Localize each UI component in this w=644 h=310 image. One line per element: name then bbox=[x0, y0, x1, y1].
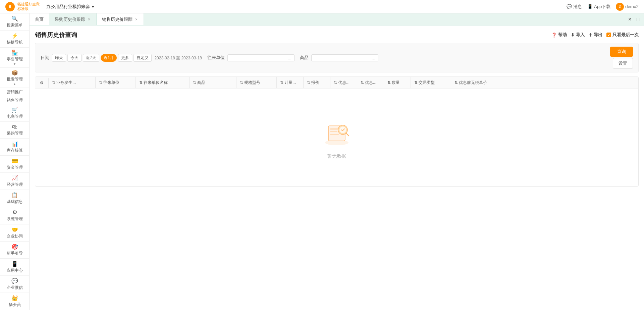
th-price[interactable]: ⇅ 报价 bbox=[304, 77, 330, 88]
tab-sales-history[interactable]: 销售历史价跟踪 × bbox=[97, 13, 144, 25]
avatar: D bbox=[616, 3, 624, 11]
date-btn-more[interactable]: 更多 bbox=[118, 54, 132, 62]
svg-point-6 bbox=[339, 126, 346, 133]
date-btn-1month[interactable]: 近1月 bbox=[101, 54, 117, 62]
sidebar-item-operations[interactable]: 📈 经营管理 bbox=[0, 173, 29, 190]
sidebar-item-wechat[interactable]: 💬 企业微信 bbox=[0, 276, 29, 293]
sidebar: 🔍 搜索菜单 ⚡ 快捷导航 🏪 零售管理 ▼ 📦 批发管理 ▲ 营销推广 销售管… bbox=[0, 13, 30, 310]
th-settings[interactable]: ⚙ bbox=[35, 78, 49, 88]
wechat-icon: 💬 bbox=[11, 278, 18, 284]
date-label: 日期 bbox=[41, 55, 49, 61]
user-menu-btn[interactable]: D demo2 bbox=[616, 3, 639, 11]
sort-icon: ⇅ bbox=[334, 81, 337, 85]
app-download-btn[interactable]: 📱 App下载 bbox=[587, 4, 610, 10]
only-last-checkbox[interactable]: ✓ bbox=[606, 33, 611, 37]
app-icon: 📱 bbox=[11, 261, 18, 267]
sidebar-item-retail[interactable]: 🏪 零售管理 ▼ bbox=[0, 48, 29, 68]
search-icon: 🔍 bbox=[11, 15, 18, 22]
message-icon: 💬 bbox=[567, 4, 572, 9]
sort-icon: ⇅ bbox=[240, 81, 243, 85]
tab-close-purchase[interactable]: × bbox=[87, 16, 91, 22]
help-btn[interactable]: ❓ 帮助 bbox=[551, 32, 567, 38]
sort-icon: ⇅ bbox=[280, 81, 283, 85]
goods-input-wrap[interactable]: ... bbox=[311, 54, 378, 61]
th-unit-name[interactable]: ⇅ 往来单位名称 bbox=[136, 77, 190, 88]
th-goods[interactable]: ⇅ 商品 bbox=[190, 77, 236, 88]
import-btn[interactable]: ⬇ 导入 bbox=[571, 32, 585, 38]
th-discount2[interactable]: ⇅ 优惠... bbox=[357, 77, 384, 88]
chevron-up-icon: ▲ bbox=[13, 82, 16, 86]
message-btn[interactable]: 💬 消息 bbox=[567, 4, 582, 10]
ecom-icon: 🛒 bbox=[11, 107, 18, 113]
sidebar-item-appstore[interactable]: 📱 应用中心 bbox=[0, 259, 29, 276]
sort-icon: ⇅ bbox=[193, 81, 196, 85]
goods-filter-group: 商品 ... bbox=[300, 54, 378, 61]
settings-button[interactable]: 设置 bbox=[613, 58, 633, 69]
window-close-btn[interactable]: × bbox=[627, 16, 633, 23]
sidebar-item-search[interactable]: 🔍 搜索菜单 bbox=[0, 13, 29, 31]
tab-purchase-history[interactable]: 采购历史价跟踪 × bbox=[49, 13, 97, 25]
th-discount1[interactable]: ⇅ 优惠... bbox=[330, 77, 357, 88]
download-icon: 📱 bbox=[587, 4, 593, 9]
company-selector[interactable]: 办公用品行业模拟账套 ▾ bbox=[46, 4, 94, 10]
goods-picker-icon[interactable]: ... bbox=[372, 55, 375, 60]
sort-icon: ⇅ bbox=[52, 81, 55, 85]
th-trade-type[interactable]: ⇅ 交易类型 bbox=[411, 77, 451, 88]
th-calc-unit[interactable]: ⇅ 计量... bbox=[277, 77, 304, 88]
sidebar-item-wholesale[interactable]: 📦 批发管理 ▲ bbox=[0, 68, 29, 88]
sidebar-sub-sales[interactable]: 销售管理 bbox=[0, 96, 29, 105]
sidebar-item-basic[interactable]: 📋 基础信息 bbox=[0, 190, 29, 207]
date-btn-custom[interactable]: 自定义 bbox=[133, 54, 152, 62]
date-buttons: 昨天 今天 近7天 近1月 更多 自定义 bbox=[52, 54, 152, 62]
th-qty[interactable]: ⇅ 数量 bbox=[384, 77, 411, 88]
svg-line-7 bbox=[346, 133, 349, 136]
top-bar: 6 畅捷通好生意 标准版 办公用品行业模拟账套 ▾ 💬 消息 📱 App下载 D… bbox=[0, 0, 644, 13]
sidebar-sub-marketing[interactable]: 营销推广 bbox=[0, 88, 29, 96]
import-icon: ⬇ bbox=[571, 33, 575, 38]
goods-input[interactable] bbox=[314, 55, 372, 60]
sidebar-item-finance[interactable]: 💳 资金管理 bbox=[0, 156, 29, 173]
operations-icon: 📈 bbox=[11, 175, 18, 181]
th-spec[interactable]: ⇅ 规格型号 bbox=[236, 77, 277, 88]
sort-icon: ⇅ bbox=[361, 81, 364, 85]
th-unit-code[interactable]: ⇅ 往来单位 bbox=[96, 77, 136, 88]
window-maximize-btn[interactable]: □ bbox=[635, 16, 641, 23]
sidebar-item-shortcut[interactable]: ⚡ 快捷导航 bbox=[0, 31, 29, 48]
sidebar-item-enterprise[interactable]: 🤝 企业协同 bbox=[0, 224, 29, 242]
date-btn-today[interactable]: 今天 bbox=[67, 54, 82, 62]
filter-bar: 日期 昨天 今天 近7天 近1月 更多 自定义 2023-02-18 至 202… bbox=[35, 43, 639, 72]
export-btn[interactable]: ⬆ 导出 bbox=[589, 32, 602, 38]
query-button[interactable]: 查询 bbox=[610, 47, 633, 57]
goods-label: 商品 bbox=[300, 55, 309, 61]
top-bar-left: 6 畅捷通好生意 标准版 办公用品行业模拟账套 ▾ bbox=[5, 2, 94, 11]
th-pretax-price[interactable]: ⇅ 优惠前无税单价 bbox=[451, 77, 638, 88]
sort-icon: ⇅ bbox=[139, 81, 143, 85]
sidebar-item-ecom[interactable]: 🛒 电商管理 bbox=[0, 105, 29, 122]
purchase-icon: 🛍 bbox=[12, 124, 17, 130]
tab-home[interactable]: 首页 bbox=[30, 13, 49, 25]
chevron-down-icon: ▾ bbox=[92, 4, 94, 9]
unit-filter-group: 往来单位 ... bbox=[207, 54, 294, 61]
sidebar-item-system[interactable]: ⚙ 系统管理 bbox=[0, 207, 29, 224]
tab-close-sales[interactable]: × bbox=[135, 16, 138, 22]
export-icon: ⬆ bbox=[589, 33, 592, 38]
sidebar-item-purchase[interactable]: 🛍 采购管理 bbox=[0, 122, 29, 139]
sort-icon: ⇅ bbox=[387, 81, 391, 85]
sidebar-item-inventory[interactable]: 📊 库存核算 bbox=[0, 139, 29, 156]
brand-text: 畅捷通好生意 标准版 bbox=[17, 2, 40, 11]
empty-state: 暂无数据 bbox=[35, 89, 638, 186]
th-business-date[interactable]: ⇅ 业务发生... bbox=[49, 77, 96, 88]
logo-icon: 6 bbox=[5, 2, 15, 11]
date-btn-7days[interactable]: 近7天 bbox=[83, 54, 99, 62]
sidebar-item-member[interactable]: 👑 畅会员 bbox=[0, 293, 29, 310]
unit-input-wrap[interactable]: ... bbox=[227, 54, 294, 61]
sidebar-item-newbie[interactable]: 🎯 新手引导 bbox=[0, 242, 29, 259]
empty-icon bbox=[320, 116, 354, 149]
page-title-actions: ❓ 帮助 ⬇ 导入 ⬆ 导出 ✓ 只看最后一次 bbox=[551, 32, 639, 38]
unit-picker-icon[interactable]: ... bbox=[288, 55, 291, 60]
date-btn-yesterday[interactable]: 昨天 bbox=[52, 54, 66, 62]
only-last-checkbox-wrap[interactable]: ✓ 只看最后一次 bbox=[606, 32, 639, 38]
sort-icon: ⇅ bbox=[454, 81, 458, 85]
settings-icon: ⚙ bbox=[40, 81, 44, 85]
unit-input[interactable] bbox=[230, 55, 288, 60]
